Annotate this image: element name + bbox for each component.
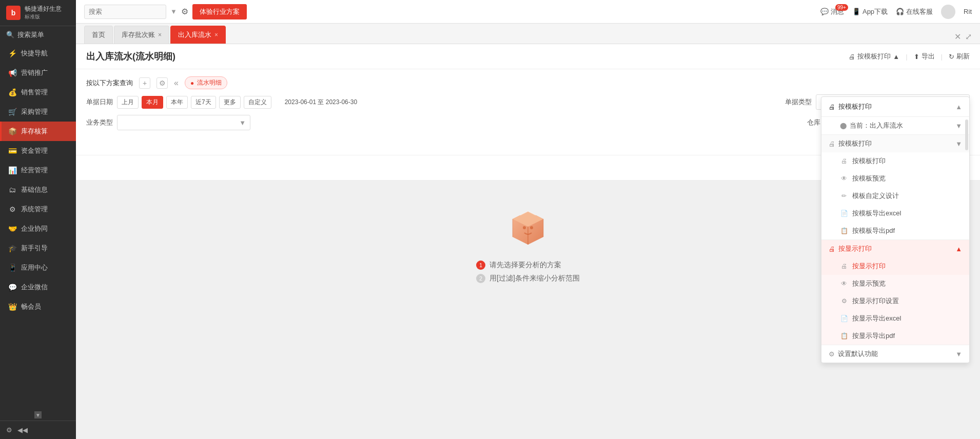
empty-step-1: 1 请先选择要分析的方案 [476, 261, 580, 270]
panel-scrollbar-track [965, 117, 968, 363]
dropdown-item-template-pdf[interactable]: 📋 按模板导出pdf [821, 222, 969, 240]
sidebar-item-collab-label: 企业协同 [21, 224, 48, 233]
printer-icon: 🖨 [829, 140, 835, 148]
tab-batch[interactable]: 库存批次账 × [114, 26, 169, 44]
sidebar-item-operations-label: 经营管理 [21, 166, 48, 175]
page-actions: 🖨 按模板打印 ▲ | ⬆ 导出 | ↻ 刷新 [849, 52, 970, 61]
filter-settings-button[interactable]: ⚙ [156, 77, 168, 89]
dropdown-item-display-excel[interactable]: 📄 按显示导出excel [821, 310, 969, 327]
sidebar-item-purchase[interactable]: 🛒 采购管理 [0, 102, 76, 122]
dropdown-item-template-print[interactable]: 🖨 按模板打印 [821, 152, 969, 170]
window-close-icon[interactable]: ✕ [954, 32, 961, 42]
sidebar-nav: ⚡ 快捷导航 📢 营销推广 💰 销售管理 🛒 采购管理 📦 库存核算 💳 资金管… [0, 44, 76, 409]
business-type-wrapper: ▼ [117, 115, 250, 130]
settings-gear-icon[interactable]: ⚙ [6, 426, 12, 434]
tabbar: 首页 库存批次账 × 出入库流水 × ✕ ⤢ [76, 24, 980, 44]
date-7days-btn[interactable]: 近7天 [191, 96, 216, 109]
current-indicator: ⬤ 当前：出入库流水 ▼ [821, 117, 969, 135]
search-icon: 🔍 [6, 31, 14, 38]
sidebar-item-guide[interactable]: 🎓 新手引导 [0, 238, 76, 258]
topbar-left: ▼ ⚙ 体验行业方案 [84, 4, 814, 19]
dropdown-display-title: 🖨 按显示打印 [829, 244, 872, 253]
app-download-button[interactable]: 📱 App下载 [852, 7, 888, 16]
filter-tag-label: 流水明细 [197, 78, 222, 87]
dropdown-panel-header: 🖨 按模板打印 ▲ [821, 97, 969, 117]
empty-steps: 1 请先选择要分析的方案 2 用[过滤]条件来缩小分析范围 [476, 261, 580, 283]
filter-active-tag[interactable]: ● 流水明细 [185, 76, 227, 89]
dropdown-display-header[interactable]: 🖨 按显示打印 ▲ [821, 240, 969, 257]
dropdown-item-display-pdf[interactable]: 📋 按显示导出pdf [821, 327, 969, 345]
dropdown-panel-title-text: 按模板打印 [838, 102, 872, 111]
export-button[interactable]: ⬆ 导出 [914, 52, 935, 61]
tab-flow-close-icon[interactable]: × [214, 31, 218, 38]
window-maximize-icon[interactable]: ⤢ [965, 32, 972, 42]
sidebar-logo: b 畅捷通好生意 标准版 [0, 0, 76, 26]
panel-scrollbar-thumb[interactable] [965, 119, 968, 150]
sidebar-item-system[interactable]: ⚙ 系统管理 [0, 199, 76, 219]
display-section-arrow: ▲ [955, 245, 962, 253]
template-print-label: 按模板打印 [857, 52, 891, 61]
date-last-month-btn[interactable]: 上月 [117, 96, 139, 109]
tab-batch-close-icon[interactable]: × [158, 31, 162, 38]
print-icon: 🖨 [849, 53, 855, 61]
dropdown-footer[interactable]: ⚙ 设置默认功能 ▼ [821, 345, 969, 363]
sidebar-item-app-center[interactable]: 📱 应用中心 [0, 258, 76, 277]
dropdown-item-template-excel[interactable]: 📄 按模板导出excel [821, 205, 969, 222]
dropdown-panel-close-icon[interactable]: ▲ [955, 103, 962, 111]
sidebar-collapse-icon[interactable]: ◀◀ [17, 426, 28, 434]
template-print-button[interactable]: 🖨 按模板打印 ▲ [849, 52, 899, 61]
sidebar-item-search[interactable]: 🔍 搜索菜单 [0, 26, 76, 44]
sidebar-item-membership[interactable]: 👑 畅会员 [0, 297, 76, 316]
sidebar-item-collab[interactable]: 🤝 企业协同 [0, 219, 76, 238]
filter-add-button[interactable]: + [139, 77, 150, 89]
tab-home[interactable]: 首页 [84, 26, 113, 44]
topbar-dropdown-icon[interactable]: ▼ [170, 8, 177, 15]
user-avatar[interactable] [941, 5, 955, 19]
dropdown-item-template-custom[interactable]: ✏ 模板自定义设计 [821, 187, 969, 205]
sidebar-item-inventory[interactable]: 📦 库存核算 [0, 122, 76, 141]
filter-collapse-icon[interactable]: « [174, 78, 179, 88]
sidebar-item-sales[interactable]: 💰 销售管理 [0, 83, 76, 102]
dropdown-item-template-preview[interactable]: 👁 按模板预览 [821, 170, 969, 187]
date-this-year-btn[interactable]: 本年 [166, 96, 188, 109]
dropdown-template-header[interactable]: 🖨 按模板打印 ▼ [821, 135, 969, 152]
tab-flow[interactable]: 出入库流水 × [170, 26, 226, 44]
sidebar-item-marketing[interactable]: 📢 营销推广 [0, 63, 76, 83]
business-type-select[interactable]: ▼ [117, 115, 250, 130]
sidebar-item-basic[interactable]: 🗂 基础信息 [0, 180, 76, 199]
dropdown-item-display-preview[interactable]: 👁 按显示预览 [821, 275, 969, 292]
current-arrow-icon[interactable]: ▼ [955, 122, 962, 130]
sidebar: b 畅捷通好生意 标准版 🔍 搜索菜单 ⚡ 快捷导航 📢 营销推广 💰 销售管理… [0, 0, 76, 439]
dropdown-item-display-settings-label: 按显示打印设置 [852, 296, 899, 306]
app-name: 畅捷通好生意 [25, 5, 62, 13]
message-badge: 99+ [835, 4, 848, 11]
date-this-month-btn[interactable]: 本月 [142, 96, 163, 109]
display-settings-icon: ⚙ [840, 297, 848, 305]
sidebar-item-quick-nav[interactable]: ⚡ 快捷导航 [0, 44, 76, 63]
dropdown-section-template: 🖨 按模板打印 ▼ 🖨 按模板打印 👁 按模板预览 ✏ 模板自定义设计 [821, 135, 969, 240]
sidebar-item-basic-label: 基础信息 [21, 185, 48, 194]
topbar-search-input[interactable] [84, 5, 166, 19]
topbar-gear-icon[interactable]: ⚙ [181, 7, 188, 16]
message-button[interactable]: 💬 消息 99+ [820, 7, 844, 16]
sidebar-item-operations[interactable]: 📊 经营管理 [0, 161, 76, 180]
app-download-label: App下载 [863, 7, 888, 16]
dropdown-item-display-settings[interactable]: ⚙ 按显示打印设置 [821, 292, 969, 310]
refresh-button[interactable]: ↻ 刷新 [949, 52, 970, 61]
service-button[interactable]: 🎧 在线客服 [896, 7, 933, 16]
dropdown-item-template-pdf-label: 按模板导出pdf [852, 226, 895, 235]
date-custom-btn[interactable]: 自定义 [244, 96, 271, 109]
sidebar-scroll-down[interactable]: ▼ [34, 411, 42, 418]
business-type-arrow-icon: ▼ [239, 119, 246, 127]
username-label[interactable]: Rit [964, 8, 972, 15]
basic-icon: 🗂 [8, 185, 17, 194]
date-more-btn[interactable]: 更多 [219, 96, 241, 109]
display-excel-icon: 📄 [840, 314, 848, 323]
sidebar-item-finance[interactable]: 💳 资金管理 [0, 141, 76, 161]
step-2-num: 2 [476, 274, 485, 283]
dropdown-item-display-preview-label: 按显示预览 [852, 279, 886, 288]
trial-btn[interactable]: 体验行业方案 [192, 4, 247, 19]
sidebar-item-wechat[interactable]: 💬 企业微信 [0, 277, 76, 297]
message-icon: 💬 [820, 8, 829, 15]
dropdown-item-display-print[interactable]: 🖨 按显示打印 [821, 257, 969, 275]
